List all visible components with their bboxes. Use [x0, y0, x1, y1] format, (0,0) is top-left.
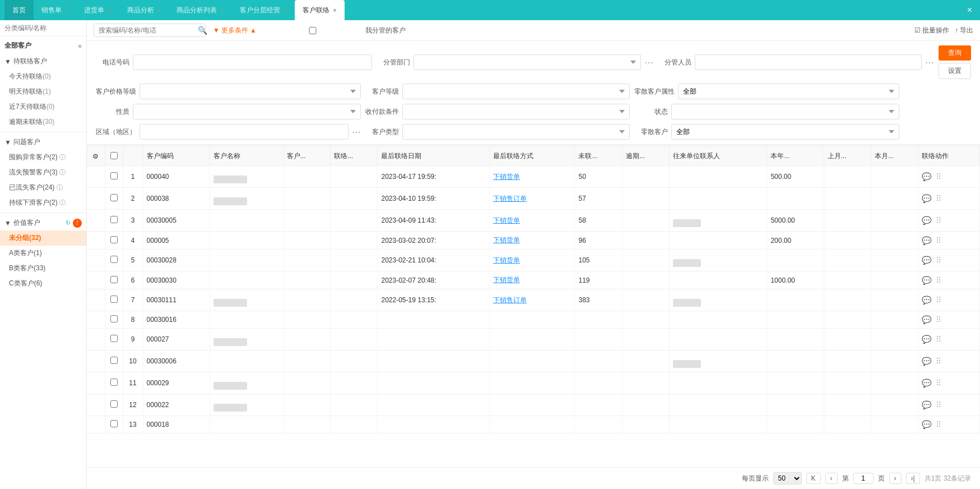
td-last-contact-method[interactable]: 下销货单	[489, 210, 575, 232]
th-last-contact-date[interactable]: 最后联络日期	[378, 147, 489, 166]
prev-page-button[interactable]: ‹	[825, 473, 838, 484]
chat-icon[interactable]: 💬	[922, 216, 931, 225]
row-checkbox[interactable]	[110, 379, 118, 386]
contact-method-link[interactable]: 下销货单	[493, 173, 520, 181]
tab-home[interactable]: 首页	[4, 0, 34, 20]
grid-icon[interactable]: ⠿	[936, 194, 941, 203]
sidebar-group-pending[interactable]: ▼ 待联络客户	[0, 54, 86, 69]
grid-icon[interactable]: ⠿	[936, 276, 941, 285]
tab-product-analysis[interactable]: 商品分析 ×	[119, 0, 169, 20]
td-checkbox[interactable]	[105, 289, 123, 311]
window-close-button[interactable]: ×	[964, 5, 976, 15]
row-checkbox[interactable]	[110, 357, 118, 364]
td-last-contact-method[interactable]: 下销货单	[489, 250, 575, 271]
contact-method-link[interactable]: 下销货单	[493, 216, 520, 224]
export-button[interactable]: ↑ 导出	[955, 26, 973, 35]
my-customers-checkbox[interactable]	[262, 27, 363, 34]
sidebar-item-ungrouped[interactable]: 未分组(32)	[0, 230, 86, 246]
sidebar-group-value[interactable]: ▼ 价值客户 ↻ !	[0, 215, 86, 230]
sidebar-all-customers[interactable]: 全部客户 «	[0, 36, 86, 54]
search-button[interactable]: 🔍	[198, 26, 207, 35]
td-checkbox[interactable]	[105, 350, 123, 372]
row-checkbox[interactable]	[110, 400, 118, 408]
last-page-button[interactable]: ›|	[906, 473, 920, 484]
chat-icon[interactable]: 💬	[922, 420, 931, 429]
close-product-analysis-list-icon[interactable]: ×	[220, 7, 224, 13]
refresh-icon[interactable]: ↻	[66, 219, 71, 227]
th-settings[interactable]: ⚙	[87, 147, 105, 166]
batch-ops-button[interactable]: ☑ 批量操作	[914, 26, 949, 35]
close-product-analysis-icon[interactable]: ×	[157, 7, 161, 13]
chat-icon[interactable]: 💬	[922, 236, 931, 245]
td-last-contact-method[interactable]: 下销货单	[489, 166, 575, 188]
price-tier-select[interactable]	[140, 84, 361, 99]
payment-select[interactable]	[402, 104, 630, 119]
chat-icon[interactable]: 💬	[922, 379, 931, 387]
th-last-contact-method[interactable]: 最后联络方式	[489, 147, 575, 166]
row-checkbox[interactable]	[110, 194, 118, 201]
td-checkbox[interactable]	[105, 372, 123, 394]
close-customer-tier-icon[interactable]: ×	[284, 7, 287, 13]
td-last-contact-method[interactable]	[489, 329, 575, 350]
sidebar-item-class-b[interactable]: B类客户(33)	[0, 261, 86, 276]
tab-sales[interactable]: 销售单 ×	[34, 0, 76, 20]
td-last-contact-method[interactable]	[489, 416, 575, 433]
page-number-input[interactable]	[853, 473, 874, 484]
th-not-contacted[interactable]: 未联...	[575, 147, 622, 166]
row-checkbox[interactable]	[110, 315, 118, 322]
td-checkbox[interactable]	[105, 210, 123, 232]
chat-icon[interactable]: 💬	[922, 256, 931, 265]
td-last-contact-method[interactable]: 下销售订单	[489, 188, 575, 210]
td-checkbox[interactable]	[105, 232, 123, 250]
td-last-contact-method[interactable]	[489, 394, 575, 416]
sidebar-item-today[interactable]: 今天待联络(0)	[0, 69, 86, 84]
tab-customer-tier[interactable]: 客户分层经营 ×	[232, 0, 295, 20]
row-checkbox[interactable]	[110, 296, 118, 303]
sidebar-item-churned[interactable]: 已流失客户(24) ⓘ	[0, 180, 86, 195]
grid-icon[interactable]: ⠿	[936, 256, 941, 265]
row-checkbox[interactable]	[110, 335, 118, 342]
grid-icon[interactable]: ⠿	[936, 315, 941, 324]
region-input[interactable]	[140, 124, 349, 140]
grid-icon[interactable]: ⠿	[936, 296, 941, 305]
th-overdue[interactable]: 逾期...	[622, 147, 669, 166]
page-size-select[interactable]: 50 100 200	[773, 472, 802, 485]
th-checkbox[interactable]	[105, 147, 123, 166]
td-last-contact-method[interactable]: 下销货单	[489, 232, 575, 250]
sidebar-search-input[interactable]	[4, 24, 87, 32]
person-more-icon[interactable]: ⋯	[925, 57, 934, 68]
chat-icon[interactable]: 💬	[922, 357, 931, 366]
region-more-icon[interactable]: ⋯	[352, 127, 361, 137]
person-input[interactable]	[695, 54, 922, 70]
next-page-button[interactable]: ›	[889, 473, 902, 484]
sidebar-item-7days[interactable]: 近7天待联络(0)	[0, 99, 86, 114]
td-checkbox[interactable]	[105, 271, 123, 289]
phone-input[interactable]	[133, 54, 372, 70]
close-sales-icon[interactable]: ×	[65, 7, 68, 13]
chat-icon[interactable]: 💬	[922, 276, 931, 285]
my-customers-filter[interactable]: 我分管的客户	[262, 26, 406, 35]
contact-method-link[interactable]: 下销售订单	[493, 195, 527, 202]
grid-icon[interactable]: ⠿	[936, 420, 941, 429]
row-checkbox[interactable]	[110, 420, 118, 427]
search-input[interactable]	[94, 24, 206, 37]
sidebar-item-tomorrow[interactable]: 明天待联络(1)	[0, 84, 86, 99]
td-checkbox[interactable]	[105, 311, 123, 329]
contact-method-link[interactable]: 下销货单	[493, 276, 520, 284]
grid-icon[interactable]: ⠿	[936, 379, 941, 387]
chat-icon[interactable]: 💬	[922, 335, 931, 344]
more-conditions-button[interactable]: ▼ 更多条件 ▲	[213, 26, 257, 35]
sidebar-item-churn-warning[interactable]: 流失预警客户(3) ⓘ	[0, 165, 86, 180]
row-checkbox[interactable]	[110, 236, 118, 243]
td-checkbox[interactable]	[105, 188, 123, 210]
retail-attr-select[interactable]: 全部	[678, 84, 899, 99]
retail-customer-select[interactable]: 全部	[671, 124, 899, 140]
tab-purchase[interactable]: 进货单 ×	[76, 0, 119, 20]
th-type[interactable]: 客户...	[283, 147, 330, 166]
th-last-month[interactable]: 上月...	[824, 147, 871, 166]
grid-icon[interactable]: ⠿	[936, 335, 941, 344]
td-checkbox[interactable]	[105, 416, 123, 433]
th-unit-contact[interactable]: 往来单位联系人	[670, 147, 767, 166]
chat-icon[interactable]: 💬	[922, 296, 931, 305]
dept-more-icon[interactable]: ⋯	[644, 57, 653, 68]
